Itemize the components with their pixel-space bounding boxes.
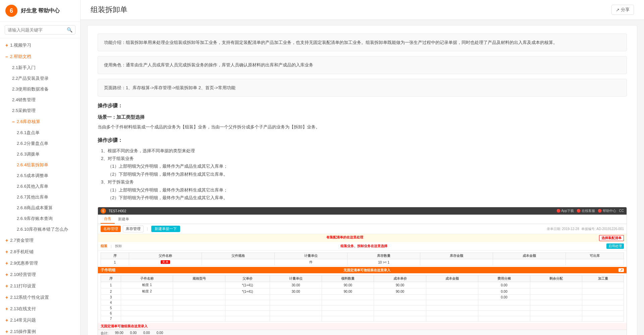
sidebar-item-split-stocktake[interactable]: 2.6.2分量盘点单 [0, 138, 80, 149]
ss-tab-new: 新建单 [115, 215, 132, 223]
sidebar-item-stock-ledger[interactable]: 2.6.9库存账本查询 [0, 213, 80, 224]
ss-lower-header: 子件明细 无固定清单可做组装在这里录入 ↗ [98, 267, 627, 273]
search-icon[interactable]: 🔍 [67, 27, 72, 33]
ss-top-bar: 6 TEST-H002 🔴 App下载 🔴 在线客服 🔴 帮助中心 CC [98, 207, 627, 215]
ss-btn-new: 新建单据一下 [151, 226, 180, 232]
step-1: 1、根据不同的业务，选择不同单据的类型来处理 [101, 147, 627, 155]
plus-icon-mob: + [5, 249, 8, 255]
sidebar-item-assembly[interactable]: 2.6.4组装拆卸单 [0, 160, 80, 170]
ss-form-num: 单据编号: AD-20191226-001 [581, 227, 624, 231]
annotation1: 有装配清单的在这里处理 [101, 235, 589, 241]
minus-icon-inv: – [12, 119, 15, 124]
sidebar-item-label: 2.帮助文档 [10, 54, 31, 60]
step-2-1: （1）上部明细为父件明细，最终作为产成品生成其它入库单； [108, 162, 627, 170]
search-input[interactable] [8, 27, 67, 33]
annotation2: 选择装配清单 [599, 235, 624, 241]
sidebar-item-custom[interactable]: + 2.12系统个性化设置 [0, 292, 80, 303]
ss-annotation-row: 有装配清单的在这里处理 选择装配清单 [98, 234, 627, 242]
plus-icon-pay: + [5, 306, 8, 312]
sidebar-item-print[interactable]: + 2.11打印设置 [0, 280, 80, 292]
content-body: 功能介绍：组装拆卸单用来处理企业组装或拆卸等加工业务，支持有固定装配清单的产品加… [87, 25, 637, 335]
sidebar-item-install[interactable]: 2.2产品安装及登录 [0, 73, 80, 84]
plus-icon-op: + [5, 272, 8, 277]
logo-area: 6 好生意 帮助中心 [0, 0, 80, 22]
sidebar-item-video[interactable]: + 1.视频学习 [0, 40, 80, 51]
screenshot-image: 6 TEST-H002 🔴 App下载 🔴 在线客服 🔴 帮助中心 CC 自售 … [98, 207, 627, 335]
plus-icon: + [5, 43, 8, 48]
ss-tab-active: 自售 [101, 215, 115, 224]
plus-icon-faq: + [5, 318, 8, 323]
plus-icon-pr: + [5, 283, 8, 289]
search-box: 🔍 [5, 25, 75, 35]
sidebar-item-purchase[interactable]: 2.5采购管理 [0, 105, 80, 116]
table-row: 2 帕里 2 *(1+41) 30.00 90.00 90.00 0.00 [101, 288, 624, 295]
sidebar-item-finance[interactable]: + 2.7资金管理 [0, 235, 80, 246]
sidebar-item-transfer[interactable]: 2.6.3调拨单 [0, 149, 80, 160]
sidebar-item-payment[interactable]: + 2.13在线支付 [0, 303, 80, 315]
sidebar-item-sales[interactable]: 2.4销售管理 [0, 95, 80, 105]
ss-table-bottom: 序 子件名称 规格型号 父单价 计量单位 领料数量 成本单价 成本金额 费用分摊… [101, 275, 624, 322]
sidebar-item-mobile[interactable]: + 2.8手机旺铺 [0, 246, 80, 258]
ss-tab-row: 自售 新建单 [98, 215, 627, 224]
sidebar-item-docs[interactable]: – 2.帮助文档 [0, 51, 80, 62]
ss-annotation-bottom: 无固定清单可做组装在这里录入 [98, 323, 627, 330]
plus-icon-cust: + [5, 295, 8, 300]
ss-footer: 合计: 99.00 0.00 0.00 0.00 [98, 330, 627, 335]
share-icon: ↗ [616, 7, 620, 12]
sidebar-item-stocktake[interactable]: 2.6.1盘点单 [0, 127, 80, 138]
annotation3: 组装业务、拆卸业务在这里选择 [125, 244, 603, 248]
info-block-func: 功能介绍：组装拆卸单用来处理企业组装或拆卸等加工业务，支持有固定装配清单的产品加… [98, 34, 627, 51]
ops-steps-title: 操作步骤： [98, 137, 627, 144]
ss-app-icons: 🔴 App下载 🔴 在线客服 🔴 帮助中心 CC [556, 209, 624, 213]
table-row: 7 [101, 316, 624, 322]
step-3-2: （2）下部明细为子件明细，最终作为产成品生成其它入库单。 [108, 194, 627, 202]
page-title: 组装拆卸单 [91, 5, 127, 15]
ss-disassembly-label: 拆卸 [115, 244, 122, 248]
main-header: 组装拆卸单 ↗ 分享 [80, 0, 644, 20]
sidebar-item-inventory[interactable]: – 2.6库存核算 [0, 116, 80, 127]
plus-icon-cases: + [5, 329, 8, 334]
annotation5: 无固定清单可做组装在这里录入 [343, 268, 390, 273]
sidebar-item-other-in[interactable]: 2.6.6其他入库单 [0, 181, 80, 192]
sidebar-item-faq[interactable]: + 2.14常见问题 [0, 315, 80, 326]
scene1-desc: 当由多个子件材料组装成一个成品的业务为【组装】业务，当由一个父件拆分成多个子产品… [98, 123, 627, 131]
table-row: 3 0.00 [101, 295, 624, 300]
table-row: 1 关木 件 10 >= 1 [101, 259, 624, 266]
sidebar-item-newbie[interactable]: 2.1新手入门 [0, 62, 80, 73]
sidebar-item-stock-fix[interactable]: 2.6.10库存账本错了怎么办 [0, 224, 80, 235]
logo-icon: 6 [5, 5, 17, 17]
ss-btn-add: 名称管理 [101, 226, 121, 232]
table-row: 5 [101, 305, 624, 311]
ss-btn-type: 库存管理 [123, 225, 144, 232]
annotation4: 启用处理 [606, 243, 624, 249]
ss-logo: 6 [101, 208, 106, 214]
sidebar-item-other-out[interactable]: 2.6.7其他出库单 [0, 192, 80, 203]
search-area: 🔍 [0, 22, 80, 38]
ss-table-top: 序 父件名称 父件规格 计量单位 库存数量 库存金额 成本金额 可出库 1 [101, 253, 624, 266]
ss-lower-table: 序 子件名称 规格型号 父单价 计量单位 领料数量 成本单价 成本金额 费用分摊… [98, 273, 627, 323]
minus-icon: – [5, 54, 8, 59]
ops-title: 操作步骤： [98, 103, 627, 109]
ss-form-date: 录单日期: 2019-12-28 [547, 227, 579, 231]
info-block-path: 页面路径：1、库存核算->库存管理->组装拆卸单 2、首页->常用功能 [98, 79, 627, 97]
step-3: 3、对于拆装业务 [101, 178, 627, 186]
share-button[interactable]: ↗ 分享 [611, 5, 634, 15]
info-block-role: 使用角色：通常由生产人员或库管人员完成拆装业务的操作，库管人员确认原材料的出库和… [98, 56, 627, 74]
scene1-title: 场景一：加工类型选择 [98, 114, 627, 120]
step-2: 2、对于组装业务 [101, 155, 627, 162]
sidebar-item-operation[interactable]: + 2.10经营管理 [0, 269, 80, 280]
ss-upper-table: 序 父件名称 父件规格 计量单位 库存数量 库存金额 成本金额 可出库 1 [98, 250, 627, 267]
nav-section: + 1.视频学习 – 2.帮助文档 2.1新手入门 2.2产品安装及登录 2.3… [0, 38, 80, 335]
plus-icon-fin: + [5, 238, 8, 243]
logo-text: 好生意 帮助中心 [21, 7, 60, 14]
ss-type-row: 组装 | 拆卸 组装业务、拆卸业务在这里选择 启用处理 [98, 242, 627, 250]
sidebar-item-dataprep[interactable]: 2.3使用前数据准备 [0, 84, 80, 95]
sidebar-item-cost-adj[interactable]: 2.6.5成本调整单 [0, 170, 80, 181]
plus-icon-coup: + [5, 261, 8, 266]
sidebar-item-coupon[interactable]: + 2.9优惠券管理 [0, 258, 80, 269]
table-row: 4 [101, 300, 624, 305]
sidebar-item-cases[interactable]: + 2.15操作案例 [0, 326, 80, 335]
step-3-1: （1）上部明细为父件明细，最终作为原材料生成其它出库单； [108, 186, 627, 194]
sidebar-item-label: 1.视频学习 [10, 42, 31, 48]
sidebar-item-cost-recalc[interactable]: 2.6.8商品成本重算 [0, 203, 80, 213]
